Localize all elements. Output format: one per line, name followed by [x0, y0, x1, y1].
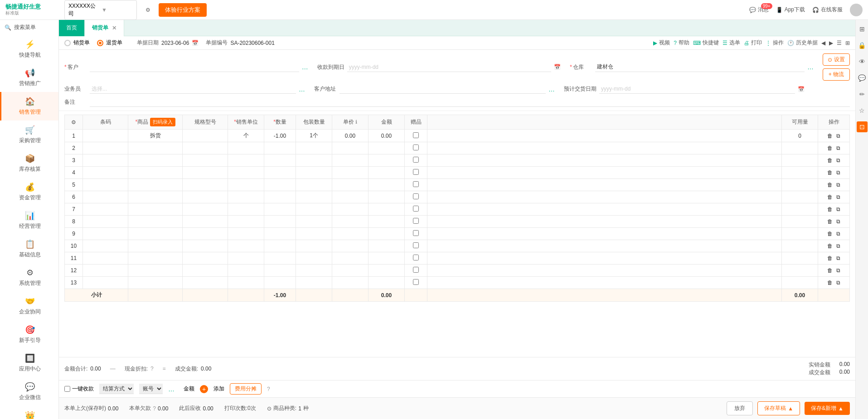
- expected-date-cal-icon[interactable]: 📅: [798, 86, 805, 92]
- toolbar-nav-right[interactable]: ▶: [829, 40, 833, 46]
- toolbar-action[interactable]: ⋮ 操作: [766, 39, 784, 47]
- rp-active-icon[interactable]: ⊡: [857, 121, 868, 132]
- rp-edit-icon[interactable]: ✏: [857, 89, 868, 100]
- sidebar-item-base[interactable]: 📋 基础信息: [0, 235, 58, 263]
- row-gift-4[interactable]: [405, 179, 427, 191]
- save-new-button[interactable]: 保存&新增 ▲: [805, 402, 850, 415]
- trial-button[interactable]: 体验行业方案: [159, 3, 207, 17]
- row-gift-11[interactable]: [405, 265, 427, 277]
- row-gift-7[interactable]: [405, 216, 427, 228]
- row-delete-icon-4[interactable]: 🗑: [827, 182, 833, 188]
- toolbar-nav-left[interactable]: ◀: [821, 40, 825, 46]
- sidebar-item-inventory[interactable]: 📦 库存核算: [0, 149, 58, 178]
- customer-input[interactable]: [90, 63, 299, 72]
- row-copy-icon-6[interactable]: ⧉: [836, 206, 840, 212]
- row-copy-icon-8[interactable]: ⧉: [836, 231, 840, 237]
- logistics-button[interactable]: + 物流: [823, 68, 850, 81]
- row-gift-6[interactable]: [405, 203, 427, 216]
- account-select[interactable]: 账号: [139, 384, 163, 394]
- remark-input[interactable]: [90, 97, 850, 107]
- fee-help-icon[interactable]: ?: [267, 386, 270, 392]
- row-barcode-8[interactable]: [83, 228, 128, 240]
- account-dots-btn[interactable]: …: [168, 385, 175, 393]
- row-copy-icon-5[interactable]: ⧉: [836, 194, 840, 200]
- sidebar-item-app-center[interactable]: 🔲 应用中心: [0, 349, 58, 377]
- fee-button[interactable]: 费用分摊: [230, 383, 262, 395]
- row-delete-icon-10[interactable]: 🗑: [827, 255, 833, 261]
- row-delete-icon-2[interactable]: 🗑: [827, 157, 833, 164]
- salesperson-dots-btn[interactable]: …: [299, 86, 305, 93]
- rp-chat-icon[interactable]: 💬: [857, 72, 868, 83]
- sidebar-item-business[interactable]: 📊 经营管理: [0, 206, 58, 235]
- row-gift-3[interactable]: [405, 167, 427, 179]
- toolbar-video[interactable]: ▶ 视频: [653, 39, 670, 47]
- rp-star-icon[interactable]: ☆: [857, 105, 868, 116]
- salesperson-input[interactable]: [90, 84, 296, 94]
- one-click-input[interactable]: [64, 386, 70, 392]
- row-delete-icon-3[interactable]: 🗑: [827, 169, 833, 176]
- row-copy-icon-4[interactable]: ⧉: [836, 182, 840, 188]
- expected-date-input[interactable]: [599, 84, 795, 94]
- sidebar-item-sales[interactable]: 🏠 销售管理: [0, 92, 58, 120]
- scan-btn[interactable]: 扫码录入: [150, 118, 175, 126]
- one-click-checkbox[interactable]: 一键收款: [64, 385, 94, 393]
- row-barcode-2[interactable]: [83, 154, 128, 167]
- row-copy-icon-10[interactable]: ⧉: [836, 255, 840, 261]
- row-gift-12[interactable]: [405, 277, 427, 289]
- due-date-input[interactable]: [347, 63, 552, 72]
- row-barcode-3[interactable]: [83, 167, 128, 179]
- customer-address-input[interactable]: [339, 84, 546, 94]
- row-copy-icon-2[interactable]: ⧉: [836, 157, 840, 164]
- toolbar-print[interactable]: 🖨 打印: [744, 39, 762, 47]
- row-barcode-6[interactable]: [83, 203, 128, 216]
- radio-sales[interactable]: 销货单: [64, 39, 90, 47]
- row-gift-10[interactable]: [405, 252, 427, 265]
- tab-close-icon[interactable]: ✕: [112, 25, 116, 31]
- row-barcode-1[interactable]: [83, 142, 128, 154]
- radio-return[interactable]: 退货单: [97, 39, 122, 47]
- warehouse-input[interactable]: [595, 63, 805, 72]
- toolbar-help[interactable]: ? 帮助: [674, 39, 689, 47]
- row-barcode-11[interactable]: [83, 265, 128, 277]
- row-delete-icon-1[interactable]: 🗑: [827, 145, 833, 151]
- row-gift-5[interactable]: [405, 191, 427, 203]
- settings-button[interactable]: ⊙ 设置: [823, 53, 850, 66]
- row-delete-icon-8[interactable]: 🗑: [827, 231, 833, 237]
- row-delete-icon-0[interactable]: 🗑: [827, 133, 833, 139]
- save-draft-button[interactable]: 保存草稿 ▲: [757, 401, 800, 415]
- row-delete-icon-9[interactable]: 🗑: [827, 243, 833, 249]
- row-copy-icon-3[interactable]: ⧉: [836, 169, 840, 176]
- sidebar-item-finance[interactable]: 💰 资金管理: [0, 178, 58, 206]
- row-barcode-9[interactable]: [83, 240, 128, 252]
- row-delete-icon-5[interactable]: 🗑: [827, 194, 833, 200]
- row-barcode-5[interactable]: [83, 191, 128, 203]
- row-gift-8[interactable]: [405, 228, 427, 240]
- sidebar-item-purchase[interactable]: 🛒 采购管理: [0, 120, 58, 149]
- sidebar-item-system[interactable]: ⚙ 系统管理: [0, 263, 58, 292]
- company-selector[interactable]: XXXXXX公司 ▼: [64, 0, 137, 20]
- row-gift-2[interactable]: [405, 154, 427, 167]
- customer-dots-btn[interactable]: …: [302, 63, 308, 71]
- avatar[interactable]: [850, 4, 863, 16]
- row-delete-icon-11[interactable]: 🗑: [827, 267, 833, 274]
- row-gift-0[interactable]: [405, 130, 427, 142]
- sidebar-item-member[interactable]: 👑 畅会员: [0, 406, 58, 419]
- row-copy-icon-0[interactable]: ⧉: [836, 133, 840, 139]
- toolbar-select[interactable]: ☰ 选单: [723, 39, 740, 47]
- toolbar-shortcut[interactable]: ⌨ 快捷键: [693, 39, 719, 47]
- arrears-help-icon[interactable]: ?: [153, 405, 156, 412]
- rp-expand-icon[interactable]: ⊞: [857, 24, 868, 34]
- cal-icon[interactable]: 📅: [192, 40, 199, 46]
- due-date-cal-icon[interactable]: 📅: [554, 64, 561, 70]
- th-settings[interactable]: ⚙: [65, 115, 83, 130]
- row-delete-icon-7[interactable]: 🗑: [827, 218, 833, 225]
- sidebar-item-guide[interactable]: 🎯 新手引导: [0, 320, 58, 349]
- customer-address-dots-btn[interactable]: …: [548, 86, 555, 93]
- row-barcode-10[interactable]: [83, 252, 128, 265]
- row-delete-icon-6[interactable]: 🗑: [827, 206, 833, 212]
- toolbar-view-list[interactable]: ☰: [837, 40, 842, 46]
- method-select[interactable]: 结算方式: [99, 384, 134, 394]
- discount-help-icon[interactable]: ?: [150, 366, 154, 372]
- toolbar-view-grid[interactable]: ⊞: [845, 40, 850, 46]
- row-copy-icon-9[interactable]: ⧉: [836, 243, 840, 249]
